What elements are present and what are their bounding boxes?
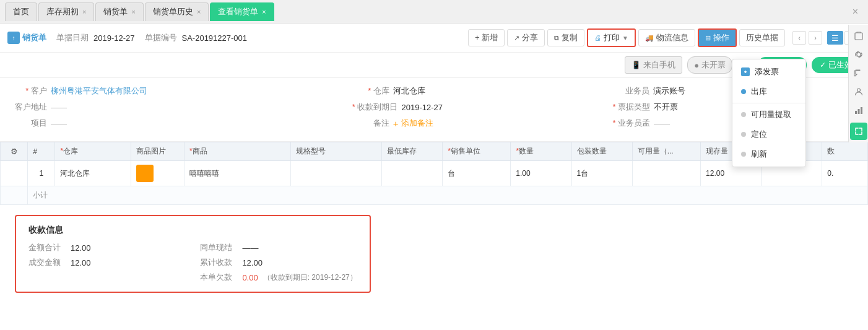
- tab-sales-order[interactable]: 销货单 ×: [95, 2, 143, 21]
- payment-transaction-value: 12.00: [71, 258, 91, 267]
- form-row-3: 项目 —— 备注 + 添加备注 业务员孟 ——: [10, 118, 858, 129]
- from-phone-label: 来自手机: [643, 59, 675, 71]
- tab-view-sales[interactable]: 查看销货单 ×: [210, 2, 274, 21]
- nav-next-button[interactable]: ›: [809, 31, 822, 45]
- col-settings[interactable]: ⚙: [1, 142, 28, 161]
- col-sales-unit: *销售单位: [442, 142, 510, 161]
- sidebar-icon-chart[interactable]: [850, 102, 867, 119]
- payment-transaction-label: 成交金额: [28, 257, 66, 268]
- sidebar-icon-expand[interactable]: [850, 123, 867, 140]
- add-invoice-icon: [741, 67, 750, 76]
- doc-number-value: SA-20191227-001: [182, 33, 248, 43]
- payment-cumulative-value: 12.00: [242, 258, 263, 267]
- add-note-button[interactable]: + 添加备注: [393, 118, 433, 129]
- dropdown-locate[interactable]: 定位: [732, 124, 805, 144]
- tab-inventory-init[interactable]: 库存期初 ×: [38, 2, 94, 21]
- note-field: 备注 + 添加备注: [352, 118, 598, 129]
- add-invoice-label: 添发票: [755, 66, 779, 77]
- row-num-cell: 1: [28, 161, 55, 186]
- history-button[interactable]: 历史单据: [739, 29, 785, 46]
- add-note-plus-icon: +: [393, 118, 399, 129]
- subtotal-row: 小计: [1, 186, 868, 205]
- tab-sales-history[interactable]: 销货单历史 ×: [145, 2, 209, 21]
- customer-label: 客户: [10, 85, 47, 97]
- col-available: 可用量（...: [632, 142, 700, 161]
- due-date-field: 收款到期日 2019-12-27: [352, 102, 598, 113]
- share-button[interactable]: ↗ 分享: [507, 29, 545, 46]
- add-label: + 新增: [475, 32, 498, 43]
- row-warehouse-cell: 河北仓库: [55, 161, 131, 186]
- address-value: ——: [51, 103, 67, 112]
- dropdown-add-invoice[interactable]: 添发票: [732, 62, 805, 82]
- doc-type: ↑ 销货单: [7, 32, 46, 44]
- row-quantity-cell: 1.00: [511, 161, 571, 186]
- payment-owe-value: 0.00: [242, 273, 258, 282]
- tab-inventory-init-close[interactable]: ×: [82, 8, 86, 15]
- sidebar-icon-clipboard[interactable]: [850, 27, 867, 45]
- tab-inventory-init-label: 库存期初: [46, 6, 79, 17]
- sidebar-icon-return[interactable]: [850, 64, 867, 82]
- due-date-label: 收款到期日: [352, 102, 398, 113]
- doc-date-meta: 单据日期 2019-12-27: [56, 32, 135, 43]
- address-label: 客户地址: [10, 102, 47, 113]
- right-sidebar: [848, 25, 868, 142]
- customer-value[interactable]: 柳州粤港平安气体有限公司: [51, 85, 147, 97]
- svg-rect-1: [855, 33, 862, 40]
- out-warehouse-dot: [741, 89, 746, 94]
- doc-number-label: 单据编号: [145, 32, 177, 43]
- operate-button[interactable]: ⊞ 操作: [698, 28, 737, 47]
- salesman-value: ——: [654, 119, 670, 128]
- col-pkg-qty: 包装数量: [571, 142, 632, 161]
- not-open-label: 未开票: [701, 59, 726, 71]
- dropdown-out-warehouse[interactable]: 出库: [732, 82, 805, 102]
- warehouse-value: 河北仓库: [393, 85, 425, 97]
- locate-label: 定位: [751, 129, 767, 140]
- share-label: 分享: [522, 32, 538, 43]
- warehouse-label: 仓库: [352, 85, 389, 97]
- payment-total-label: 金额合计: [28, 242, 66, 253]
- sidebar-icon-link[interactable]: [850, 46, 867, 63]
- add-button[interactable]: + 新增: [468, 29, 505, 46]
- settings-icon: ⚙: [11, 147, 18, 156]
- staff-value: 演示账号: [653, 85, 685, 97]
- out-warehouse-label: 出库: [751, 86, 767, 97]
- col-min-stock: 最低库存: [381, 142, 442, 161]
- not-open-button[interactable]: ● 未开票: [687, 56, 732, 74]
- project-label: 项目: [10, 118, 47, 129]
- dropdown-menu: 添发票 出库 可用量提取 定位 刷新: [732, 59, 806, 167]
- row-available-cell: [632, 161, 700, 186]
- payment-owe-item: 本单欠款 0.00 （收款到期日: 2019-12-27）: [200, 272, 357, 283]
- window-close-button[interactable]: ×: [848, 4, 863, 20]
- form-row-1: 客户 柳州粤港平安气体有限公司 仓库 河北仓库 业务员 演示账号: [10, 85, 858, 97]
- doc-type-label: 销货单: [22, 32, 46, 43]
- copy-button[interactable]: ⧉ 复制: [547, 29, 584, 46]
- from-phone-button[interactable]: 📱 来自手机: [625, 56, 682, 74]
- tab-sales-order-close[interactable]: ×: [131, 8, 135, 15]
- tab-view-sales-label: 查看销货单: [218, 6, 258, 17]
- logistics-label: 物流信息: [656, 32, 688, 43]
- doc-date-label: 单据日期: [56, 32, 89, 43]
- payment-owe-label: 本单欠款: [200, 272, 237, 283]
- logistics-button[interactable]: 🚚 物流信息: [638, 29, 695, 46]
- payment-transaction-item: 成交金额 12.00: [28, 257, 185, 268]
- sidebar-icon-user[interactable]: [850, 83, 867, 100]
- locate-dot: [741, 132, 746, 137]
- dropdown-available-qty[interactable]: 可用量提取: [732, 105, 805, 124]
- nav-prev-button[interactable]: ‹: [792, 31, 806, 45]
- warehouse-field: 仓库 河北仓库: [352, 85, 598, 97]
- tab-home[interactable]: 首页: [5, 2, 37, 21]
- col-quantity: *数量: [511, 142, 571, 161]
- view-list-button[interactable]: ☰: [827, 31, 843, 45]
- payment-grid: 金额合计 12.00 同单现结 —— 成交金额 12.00 累计收款 12.00: [28, 242, 357, 283]
- payment-cumulative-label: 累计收款: [200, 257, 237, 268]
- dropdown-refresh[interactable]: 刷新: [732, 144, 805, 164]
- available-qty-dot: [741, 112, 746, 117]
- tab-sales-history-close[interactable]: ×: [197, 8, 201, 15]
- print-button[interactable]: 🖨 打印 ▼: [587, 28, 636, 47]
- product-image: [136, 165, 154, 182]
- payment-same-order-label: 同单现结: [200, 242, 237, 253]
- tab-view-sales-close[interactable]: ×: [262, 8, 266, 15]
- payment-box: 收款信息 金额合计 12.00 同单现结 —— 成交金额 12.00 累计收款 …: [15, 215, 371, 293]
- svg-point-2: [857, 89, 860, 92]
- svg-rect-4: [857, 109, 859, 114]
